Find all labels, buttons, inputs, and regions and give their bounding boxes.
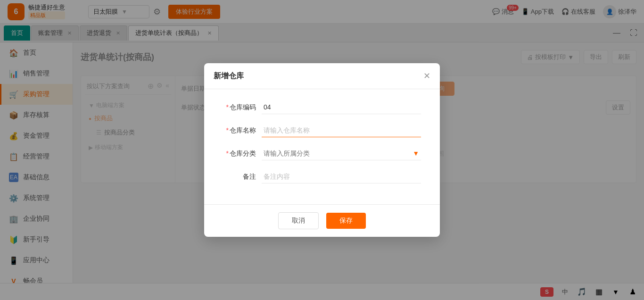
warehouse-code-label: 仓库编码	[223, 103, 256, 112]
new-warehouse-dialog: 新增仓库 ✕ 仓库编码 仓库名称 仓库分类 ▼	[204, 63, 440, 237]
remarks-row: 备注	[223, 170, 421, 183]
dialog-close-icon[interactable]: ✕	[423, 71, 430, 81]
dialog-footer: 取消 保存	[204, 204, 440, 237]
warehouse-name-row: 仓库名称	[223, 124, 421, 137]
warehouse-code-row: 仓库编码	[223, 100, 421, 114]
warehouse-category-row: 仓库分类 ▼	[223, 147, 421, 160]
dialog-title: 新增仓库	[214, 71, 244, 81]
warehouse-category-label: 仓库分类	[223, 150, 256, 158]
remarks-label: 备注	[223, 173, 256, 181]
save-button[interactable]: 保存	[326, 213, 366, 229]
warehouse-name-label: 仓库名称	[223, 126, 256, 135]
warehouse-name-input[interactable]	[262, 124, 421, 137]
dialog-header: 新增仓库 ✕	[204, 63, 440, 89]
modal-overlay: 新增仓库 ✕ 仓库编码 仓库名称 仓库分类 ▼	[0, 0, 644, 300]
warehouse-category-select[interactable]: ▼	[262, 147, 421, 160]
category-dropdown-arrow-icon: ▼	[413, 150, 419, 157]
warehouse-code-input[interactable]	[262, 100, 421, 114]
cancel-button[interactable]: 取消	[278, 212, 319, 229]
warehouse-category-input[interactable]	[264, 150, 413, 157]
dialog-body: 仓库编码 仓库名称 仓库分类 ▼ 备注	[204, 89, 440, 204]
remarks-input[interactable]	[262, 170, 421, 183]
